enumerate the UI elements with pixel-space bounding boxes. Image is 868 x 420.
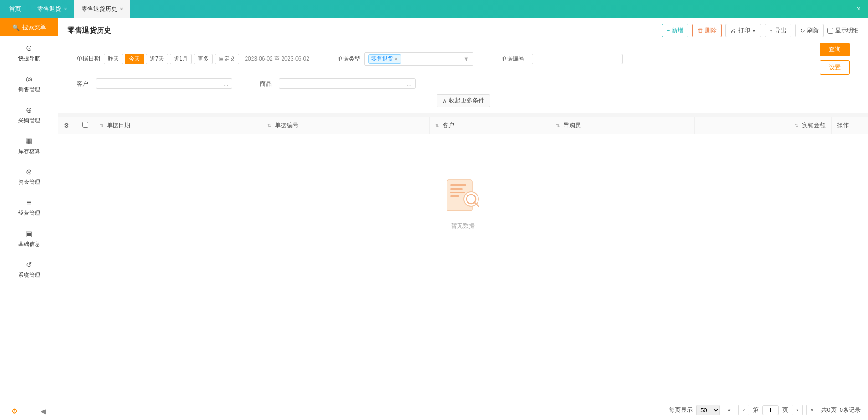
data-table: ⚙ ⇅ 单据日期 ⇅ 单据编号 [58, 117, 868, 266]
collapse-label: 收起更多条件 [449, 97, 484, 105]
type-tag-close[interactable]: × [395, 56, 398, 61]
top-actions: + 新增 🗑 删除 🖨 打印 ▼ ↑ 导出 ↻ [662, 24, 859, 37]
type-input[interactable] [404, 56, 461, 62]
display-detail-checkbox[interactable] [827, 28, 833, 34]
th-guide[interactable]: ⇅ 导购员 [550, 117, 695, 134]
system-icon: ↺ [24, 260, 34, 270]
empty-row: 暂无数据 [58, 134, 868, 267]
page-title: 零售退货历史 [67, 26, 111, 36]
sidebar-item-label: 系统管理 [18, 271, 40, 279]
tab-retail-return-history[interactable]: 零售退货历史 × [74, 0, 130, 18]
collapse-button[interactable]: ∧ 收起更多条件 [437, 94, 490, 107]
sidebar-item-inventory[interactable]: ▦ 库存核算 [0, 129, 58, 160]
sidebar-item-quicknav[interactable]: ⊙ 快捷导航 [0, 36, 58, 67]
filter-row-2: 客户 ... 商品 ... [77, 78, 850, 89]
action-buttons: 查询 设置 [820, 43, 850, 75]
export-icon: ↑ [770, 27, 773, 34]
customer-label: 客户 [77, 80, 88, 88]
th-docno[interactable]: ⇅ 单据编号 [262, 117, 429, 134]
page-next-button[interactable]: › [792, 405, 803, 415]
basicinfo-icon: ▣ [24, 229, 34, 239]
svg-rect-3 [450, 192, 465, 193]
table-body: 暂无数据 [58, 134, 868, 267]
table-container: ⚙ ⇅ 单据日期 ⇅ 单据编号 [58, 117, 868, 400]
date-btn-yesterday[interactable]: 昨天 [104, 54, 123, 64]
th-amount[interactable]: ⇅ 实销金额 [695, 117, 832, 134]
type-label: 单据类型 [337, 55, 360, 63]
search-label: 搜索菜单 [22, 23, 46, 31]
goods-field[interactable]: ... [279, 78, 416, 89]
customer-input[interactable] [100, 80, 223, 87]
tab-close-retail-return[interactable]: × [64, 6, 67, 12]
sidebar-item-label: 快捷导航 [18, 55, 40, 62]
sidebar-search[interactable]: 🔍 搜索菜单 [0, 18, 58, 36]
sidebar-bottom: ⚙ ◀ [0, 402, 58, 420]
docnum-input[interactable] [536, 56, 619, 62]
date-btn-custom[interactable]: 自定义 [215, 54, 239, 64]
refresh-button[interactable]: ↻ 刷新 [795, 24, 824, 37]
quicknav-icon: ⊙ [24, 43, 34, 53]
collapse-icon: ∧ [442, 97, 447, 104]
tab-retail-return[interactable]: 零售退货 × [30, 0, 74, 18]
sidebar-item-basic-info[interactable]: ▣ 基础信息 [0, 222, 58, 253]
delete-button[interactable]: 🗑 删除 [692, 24, 722, 37]
customer-filter: 客户 ... [77, 78, 232, 89]
print-button[interactable]: 🖨 打印 ▼ [725, 24, 761, 37]
gear-button[interactable]: ⚙ [0, 402, 29, 420]
settings-button[interactable]: 设置 [820, 60, 850, 75]
select-all-checkbox[interactable] [82, 122, 88, 128]
content-area: 零售退货历史 + 新增 🗑 删除 🖨 打印 ▼ ↑ 导出 [58, 18, 868, 420]
display-detail-check[interactable]: 显示明细 [827, 26, 859, 35]
date-btn-7days[interactable]: 近7天 [146, 54, 168, 64]
date-btn-more[interactable]: 更多 [194, 54, 213, 64]
th-date[interactable]: ⇅ 单据日期 [94, 117, 262, 134]
page-title-row: 零售退货历史 + 新增 🗑 删除 🖨 打印 ▼ ↑ 导出 [67, 24, 859, 37]
type-select[interactable]: 零售退货 × ▼ [364, 52, 473, 66]
sidebar-item-purchase[interactable]: ⊕ 采购管理 [0, 98, 58, 129]
customer-field[interactable]: ... [96, 78, 232, 89]
date-btn-1month[interactable]: 近1月 [170, 54, 192, 64]
th-checkbox[interactable] [77, 117, 94, 134]
empty-state: 暂无数据 [58, 134, 868, 266]
goods-input[interactable] [283, 80, 406, 87]
sidebar-item-label: 基础信息 [18, 241, 40, 248]
operations-icon: ≡ [24, 198, 34, 208]
docnum-label: 单据编号 [501, 55, 524, 63]
tab-home[interactable]: 首页 [0, 0, 30, 18]
th-customer[interactable]: ⇅ 客户 [430, 117, 550, 134]
page-header: 零售退货历史 + 新增 🗑 删除 🖨 打印 ▼ ↑ 导出 [58, 18, 868, 113]
window-close-button[interactable]: × [857, 5, 861, 13]
sidebar-item-label: 库存核算 [18, 148, 40, 155]
sidebar-item-finance[interactable]: ⊛ 资金管理 [0, 160, 58, 191]
page-number-input[interactable] [762, 405, 779, 415]
customer-sort-icon: ⇅ [435, 123, 439, 128]
th-actions: 操作 [832, 117, 868, 134]
date-range-text: 2023-06-02 至 2023-06-02 [245, 55, 309, 63]
sidebar-item-system[interactable]: ↺ 系统管理 [0, 253, 58, 284]
sidebar-item-label: 采购管理 [18, 117, 40, 124]
page-first-button[interactable]: « [724, 405, 734, 415]
date-sort-icon: ⇅ [100, 123, 103, 128]
sidebar-item-sales[interactable]: ◎ 销售管理 [0, 67, 58, 98]
date-btn-today[interactable]: 今天 [125, 54, 144, 64]
guide-sort-icon: ⇅ [556, 123, 560, 128]
new-button[interactable]: + 新增 [662, 24, 688, 37]
amount-sort-icon: ⇅ [795, 123, 798, 128]
th-settings[interactable]: ⚙ [58, 117, 77, 134]
sound-button[interactable]: ◀ [29, 402, 58, 420]
page-prev-button[interactable]: ‹ [738, 405, 749, 415]
page-last-button[interactable]: » [806, 405, 817, 415]
tab-close-history[interactable]: × [120, 6, 123, 12]
finance-icon: ⊛ [24, 167, 34, 177]
export-button[interactable]: ↑ 导出 [765, 24, 792, 37]
top-bar: 首页 零售退货 × 零售退货历史 × × [0, 0, 868, 18]
query-button[interactable]: 查询 [820, 43, 850, 56]
purchase-icon: ⊕ [24, 105, 34, 115]
collapse-row: ∧ 收起更多条件 [77, 91, 850, 111]
date-filter: 单据日期 昨天 今天 近7天 近1月 更多 自定义 2023-06-02 至 2… [77, 54, 309, 64]
page-size-select[interactable]: 10 20 50 100 [696, 405, 720, 415]
docnum-field[interactable] [532, 54, 623, 64]
sidebar-item-operations[interactable]: ≡ 经营管理 [0, 191, 58, 222]
main-layout: 🔍 搜索菜单 ⊙ 快捷导航 ◎ 销售管理 ⊕ 采购管理 ▦ 库存核算 ⊛ 资金管… [0, 18, 868, 420]
docno-sort-icon: ⇅ [267, 123, 271, 128]
